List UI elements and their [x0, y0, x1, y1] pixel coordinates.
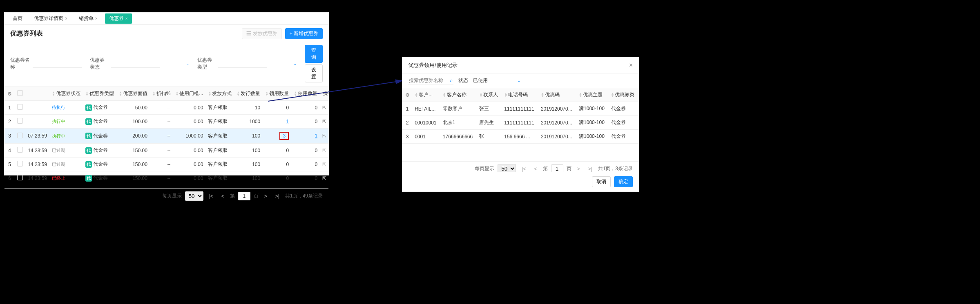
filter-type-select[interactable] [218, 60, 267, 68]
col-method[interactable]: ▲▼发放方式 [205, 87, 234, 101]
col-claim[interactable]: ▲▼领用数量 [263, 87, 291, 101]
table-row[interactable]: 2 00010001 北京1 唐先生 11111111111 201912007… [402, 116, 638, 130]
col-phone[interactable]: ▲▼电话号码 [502, 88, 538, 102]
row-face: 150.00 [116, 144, 150, 158]
col-cust-name[interactable]: ▲▼客户名称 [440, 88, 477, 102]
col-type[interactable]: ▲▼优惠券类 [609, 88, 638, 102]
row-type: 代代金券 [83, 158, 116, 171]
last-page-button[interactable]: >| [273, 193, 282, 200]
distribute-coupon-button[interactable]: ☰ 发放优惠券 [242, 28, 281, 39]
col-type[interactable]: ▲▼优惠券类型 [83, 87, 116, 101]
row-checkbox[interactable] [15, 101, 25, 115]
table-row[interactable]: 5 14 23:59 已过期 代代金券 150.00 -- 0.00 客户领取 … [4, 158, 328, 171]
share-icon[interactable]: ⇱ [322, 133, 326, 139]
row-checkbox[interactable] [15, 185, 25, 189]
close-icon[interactable]: × [65, 16, 67, 21]
row-type: 代代金券 [83, 144, 116, 158]
prev-page-button[interactable]: < [531, 165, 539, 173]
col-issue[interactable]: ▲▼发行数量 [234, 87, 263, 101]
next-page-button[interactable]: > [575, 165, 583, 173]
first-page-button[interactable]: |< [519, 165, 528, 173]
tab-优惠券[interactable]: 优惠券× [105, 13, 132, 24]
row-type: 代金券 [609, 102, 638, 116]
row-threshold: 0.00 [173, 144, 205, 158]
row-actions: ⇱ ▦ [320, 129, 328, 144]
table-row[interactable]: 4 14 23:59 已过期 代代金券 150.00 -- 0.00 客户领取 … [4, 144, 328, 158]
table-row[interactable]: 7 14 23:59 待发布 代代金券 150.00 -- 0.00 客户领取 … [4, 185, 328, 189]
row-status: 执行中 [49, 115, 83, 129]
row-checkbox[interactable] [15, 144, 25, 158]
page-prefix: 第 [543, 165, 548, 172]
col-use[interactable]: ▲▼使用数量 [291, 87, 320, 101]
modal-status-value[interactable]: 已使用 [473, 77, 488, 84]
share-icon: ⇱ [322, 148, 326, 153]
row-code: 2019120070... [538, 102, 576, 116]
row-subject: 满1000-100 [576, 130, 608, 144]
filter-status-select[interactable] [111, 60, 160, 68]
col-settings[interactable]: ⚙ [402, 88, 412, 102]
row-checkbox[interactable] [15, 158, 25, 171]
modal-table-wrap[interactable]: ⚙ ▲▼客户... ▲▼客户名称 ▲▼联系人 ▲▼电话号码 ▲▼优惠码 ▲▼优惠… [402, 88, 638, 161]
filter-name-input[interactable] [33, 60, 82, 68]
filter-buttons: 查询 设置 [305, 45, 323, 82]
modal-search-input[interactable] [409, 78, 450, 83]
coupon-table-wrap[interactable]: ⚙ ▲▼优惠券状态 ▲▼优惠券类型 ▲▼优惠券面值 ▲▼折扣% ▲▼使用门槛..… [4, 87, 328, 189]
row-time [25, 101, 49, 115]
cancel-button[interactable]: 取消 [592, 176, 611, 187]
search-icon[interactable]: ⌕ [450, 78, 453, 83]
close-icon[interactable]: × [125, 16, 128, 21]
row-actions: ⇱ ▦ [320, 158, 328, 171]
last-page-button[interactable]: >| [586, 165, 595, 173]
prev-page-button[interactable]: < [219, 193, 227, 200]
col-subject[interactable]: ▲▼优惠主题 [576, 88, 608, 102]
voucher-icon: 代 [85, 147, 92, 154]
query-button[interactable]: 查询 [305, 45, 323, 63]
close-icon[interactable]: × [629, 62, 633, 69]
claim-count-link[interactable]: 3 [283, 133, 286, 139]
row-code: 2019120070... [538, 130, 576, 144]
use-count-link[interactable]: 1 [315, 133, 317, 139]
tab-销货单[interactable]: 销货单× [75, 13, 102, 24]
col-code[interactable]: ▲▼优惠码 [538, 88, 576, 102]
col-status[interactable]: ▲▼优惠券状态 [49, 87, 83, 101]
table-row[interactable]: 6 14 23:59 已终止 代代金券 150.00 -- 0.00 客户领取 … [4, 171, 328, 185]
row-use: 0 [291, 158, 320, 171]
next-page-button[interactable]: > [262, 193, 270, 200]
row-checkbox[interactable] [15, 129, 25, 144]
tab-优惠券详情页[interactable]: 优惠券详情页× [30, 13, 71, 24]
table-row[interactable]: 1 RETAIL... 零散客户 张三 11111111111 20191200… [402, 102, 638, 116]
share-icon[interactable]: ⇱ [322, 119, 326, 124]
row-method: 客户领取 [205, 185, 234, 189]
page-input[interactable] [238, 192, 250, 200]
voucher-icon: 代 [85, 175, 92, 182]
per-page-select[interactable]: 50 [185, 191, 203, 201]
close-icon[interactable]: × [95, 16, 98, 21]
table-row[interactable]: 3 0001 17666666666 张 156 6666 ... 201912… [402, 130, 638, 144]
usage-table: ⚙ ▲▼客户... ▲▼客户名称 ▲▼联系人 ▲▼电话号码 ▲▼优惠码 ▲▼优惠… [402, 88, 638, 144]
col-settings[interactable]: ⚙ [4, 87, 15, 101]
row-index: 3 [402, 130, 412, 144]
tab-首页[interactable]: 首页 [9, 13, 27, 24]
col-checkbox[interactable] [15, 87, 25, 101]
col-discount[interactable]: ▲▼折扣% [150, 87, 173, 101]
row-checkbox[interactable] [15, 171, 25, 185]
col-face[interactable]: ▲▼优惠券面值 [116, 87, 150, 101]
table-row[interactable]: 2 执行中 代代金券 100.00 -- 0.00 客户领取 1000 1 0 … [4, 115, 328, 129]
row-checkbox[interactable] [15, 115, 25, 129]
confirm-button[interactable]: 确定 [614, 176, 633, 187]
page-summary: 共1页，49条记录 [285, 193, 323, 200]
settings-button[interactable]: 设置 [305, 64, 323, 82]
row-threshold: 0.00 [173, 115, 205, 129]
page-header: 优惠券列表 ☰ 发放优惠券 + 新增优惠券 [4, 25, 328, 42]
share-icon[interactable]: ⇱ [322, 105, 326, 111]
first-page-button[interactable]: |< [207, 193, 216, 200]
col-cust-no[interactable]: ▲▼客户... [412, 88, 440, 102]
col-contact[interactable]: ▲▼联系人 [477, 88, 502, 102]
add-coupon-button[interactable]: + 新增优惠券 [285, 28, 323, 39]
row-use: 0 [291, 115, 320, 129]
col-threshold[interactable]: ▲▼使用门槛... [173, 87, 205, 101]
claim-count-link[interactable]: 1 [286, 119, 289, 124]
table-row[interactable]: 3 07 23:59 执行中 代代金券 200.00 -- 1000.00 客户… [4, 129, 328, 144]
row-threshold: 0.00 [173, 101, 205, 115]
table-row[interactable]: 1 待执行 代代金券 50.00 -- 0.00 客户领取 10 0 0 ⇱ ▦ [4, 101, 328, 115]
